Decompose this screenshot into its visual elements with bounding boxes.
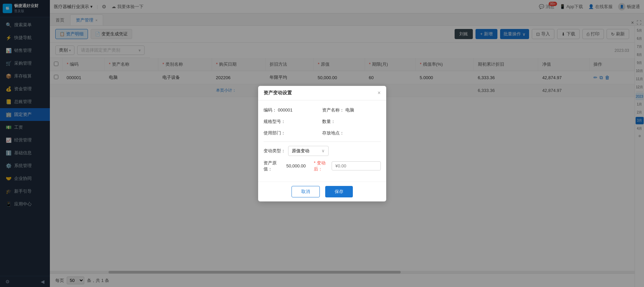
modal-info-grid: 编码： 000001 资产名称： 电脑 规格型号： 数量： 使用部门：: [264, 106, 381, 137]
after-value-input[interactable]: [332, 161, 381, 170]
after-label: * 变动后：: [314, 160, 329, 172]
modal-dept-item: 使用部门：: [264, 129, 322, 137]
asset-change-modal: 资产变动设置 × 编码： 000001 资产名称： 电脑 规格型号： 数量：: [258, 86, 386, 201]
modal-spec-item: 规格型号：: [264, 117, 322, 126]
modal-body: 编码： 000001 资产名称： 电脑 规格型号： 数量： 使用部门：: [258, 100, 386, 182]
modal-overlay: 资产变动设置 × 编码： 000001 资产名称： 电脑 规格型号： 数量：: [0, 0, 644, 287]
modal-close-btn[interactable]: ×: [377, 90, 380, 96]
modal-divider: [264, 141, 381, 142]
asset-value-display: 50,000.00: [286, 163, 306, 168]
change-type-label: 变动类型：: [264, 148, 285, 154]
modal-code-value: 000001: [278, 107, 293, 113]
change-type-select[interactable]: 原值变动 ∨: [288, 146, 329, 156]
save-button[interactable]: 保存: [325, 186, 353, 197]
cancel-button[interactable]: 取消: [292, 186, 320, 197]
change-type-value: 原值变动: [292, 148, 309, 154]
modal-asset-name-label: 资产名称：: [322, 107, 344, 113]
modal-code-item: 编码： 000001: [264, 106, 322, 115]
modal-dept-label: 使用部门：: [264, 130, 285, 136]
modal-header: 资产变动设置 ×: [258, 86, 386, 100]
modal-asset-name-value: 电脑: [345, 107, 354, 113]
asset-value-label: 资产原值：: [264, 160, 284, 172]
change-type-arrow-icon: ∨: [321, 148, 325, 153]
modal-spec-label: 规格型号：: [264, 119, 285, 125]
modal-footer: 取消 保存: [258, 182, 386, 201]
modal-quantity-label: 数量：: [322, 119, 335, 125]
modal-asset-name-item: 资产名称： 电脑: [322, 106, 381, 115]
change-type-row: 变动类型： 原值变动 ∨: [264, 146, 381, 156]
asset-value-row: 资产原值： 50,000.00 * 变动后：: [264, 160, 381, 172]
modal-title: 资产变动设置: [264, 90, 292, 96]
modal-location-label: 存放地点：: [322, 130, 344, 136]
modal-location-item: 存放地点：: [322, 129, 381, 137]
modal-code-label: 编码：: [264, 107, 277, 113]
modal-quantity-item: 数量：: [322, 117, 381, 126]
